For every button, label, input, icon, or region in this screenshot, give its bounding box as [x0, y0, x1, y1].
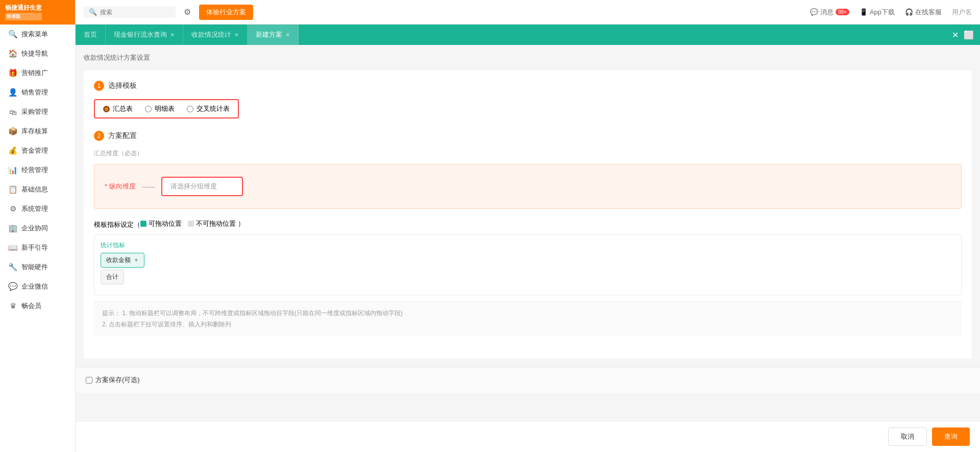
tabs-window-actions: ✕ ⬜ — [952, 30, 980, 40]
tab-receipt-stats[interactable]: 收款情况统计 ✕ — [183, 25, 248, 45]
tab-receipt-stats-close-icon[interactable]: ✕ — [234, 32, 239, 38]
book-icon: 📖 — [8, 243, 17, 252]
indicators-header-text: 模板指标设定（ 可拖动位置 不可拖动位置） — [94, 219, 244, 229]
radio-detail[interactable]: 明细表 — [145, 104, 175, 113]
sidebar: 畅捷通好生意 标准版 🔍 搜索菜单 🏠 快捷导航 🎁 营销推广 👤 销售管理 🛍… — [0, 0, 76, 452]
chat-icon: 💬 — [8, 282, 17, 291]
gear-icon: ⚙ — [8, 204, 17, 213]
indicators-label-row: 模板指标设定（ 可拖动位置 不可拖动位置） — [94, 219, 962, 229]
box-icon: 📦 — [8, 127, 17, 136]
sidebar-item-inventory[interactable]: 📦 库存核算 — [0, 122, 75, 141]
sidebar-item-label: 畅会员 — [21, 301, 41, 311]
indicator-tag-subtotal[interactable]: 合计 — [101, 270, 124, 284]
tip-2: 2. 点击标题栏下拉可设置排序、插入列和删除列 — [102, 319, 953, 330]
online-service[interactable]: 🎧 在线客服 — [905, 8, 942, 17]
template-options: 汇总表 明细表 交叉统计表 — [94, 99, 239, 118]
tab-receipt-stats-label: 收款情况统计 — [191, 30, 231, 39]
sidebar-item-label: 企业协同 — [21, 224, 48, 233]
chart-icon: 📊 — [8, 165, 17, 175]
dimension-row: * 纵向维度 —— 请选择分组维度 — [105, 177, 243, 196]
sub-tag-row: 合计 — [101, 270, 955, 284]
step2-section: 2 方案配置 汇总维度（必选） * 纵向维度 —— 请选择分组维度 — [94, 131, 962, 336]
settings-icon[interactable]: ⚙ — [184, 7, 191, 17]
sidebar-item-marketing[interactable]: 🎁 营销推广 — [0, 63, 75, 83]
sidebar-item-purchase[interactable]: 🛍 采购管理 — [0, 102, 75, 122]
sidebar-item-label: 采购管理 — [21, 107, 48, 116]
expand-window-icon[interactable]: ⬜ — [964, 30, 974, 40]
download-icon: 📱 — [860, 8, 868, 16]
topbar-right: 💬 消息 99+ 📱 App下载 🎧 在线客服 用户名 — [810, 8, 972, 17]
step1-title: 选择模板 — [108, 81, 137, 90]
sidebar-item-label: 销售管理 — [21, 88, 48, 97]
home-icon: 🏠 — [8, 49, 17, 58]
user-name[interactable]: 用户名 — [952, 8, 972, 17]
indicator-group-label: 统计指标 — [101, 241, 955, 250]
sidebar-item-label: 智能硬件 — [21, 263, 48, 272]
radio-summary[interactable]: 汇总表 — [103, 104, 133, 113]
step1-badge: 1 — [94, 81, 104, 91]
building-icon: 🏢 — [8, 224, 17, 233]
tab-new-plan[interactable]: 新建方案 ✕ — [248, 25, 299, 45]
tab-home[interactable]: 首页 — [76, 25, 106, 45]
main-area: 🔍 ⚙ 体验行业方案 💬 消息 99+ 📱 App下载 🎧 在线客服 用户名 首… — [76, 0, 980, 452]
close-window-icon[interactable]: ✕ — [952, 30, 959, 40]
indicator-tag-receipt-amount[interactable]: 收款金额 ▼ — [101, 253, 144, 268]
search-input[interactable] — [100, 9, 161, 16]
sidebar-item-operations[interactable]: 📊 经营管理 — [0, 160, 75, 180]
notification-badge: 99+ — [836, 9, 849, 15]
sidebar-item-enterprise-wechat[interactable]: 💬 企业微信 — [0, 277, 75, 296]
sidebar-item-member[interactable]: ♛ 畅会员 — [0, 296, 75, 316]
sidebar-item-new-guide[interactable]: 📖 新手引导 — [0, 238, 75, 257]
sidebar-item-label: 企业微信 — [21, 282, 48, 291]
sidebar-item-basic-info[interactable]: 📋 基础信息 — [0, 180, 75, 199]
sidebar-item-sales[interactable]: 👤 销售管理 — [0, 83, 75, 102]
sidebar-item-enterprise-collab[interactable]: 🏢 企业协同 — [0, 219, 75, 238]
radio-summary-input[interactable] — [103, 106, 110, 112]
tab-bank-flow-close-icon[interactable]: ✕ — [170, 32, 175, 38]
step1-section: 1 选择模板 汇总表 明细表 — [94, 81, 962, 118]
tab-home-label: 首页 — [84, 30, 97, 39]
app-download[interactable]: 📱 App下载 — [860, 8, 895, 17]
radio-detail-label: 明细表 — [155, 104, 175, 113]
notification-area[interactable]: 💬 消息 99+ — [810, 8, 849, 17]
sidebar-item-label: 营销推广 — [21, 68, 48, 78]
summary-config-label: 汇总维度（必选） — [94, 149, 962, 158]
tab-bank-flow[interactable]: 现金银行流水查询 ✕ — [106, 25, 183, 45]
sidebar-item-label: 新手引导 — [21, 243, 48, 252]
search-icon: 🔍 — [89, 8, 97, 16]
save-plan-checkbox-label[interactable]: 方案保存(可选) — [86, 375, 140, 385]
industry-plan-button[interactable]: 体验行业方案 — [199, 5, 253, 20]
sidebar-item-label: 资金管理 — [21, 146, 48, 155]
dimension-select[interactable]: 请选择分组维度 — [161, 177, 243, 196]
step2-header: 2 方案配置 — [94, 131, 962, 141]
radio-cross-input[interactable] — [187, 106, 193, 112]
radio-cross[interactable]: 交叉统计表 — [187, 104, 230, 113]
tab-new-plan-close-icon[interactable]: ✕ — [285, 32, 290, 38]
notification-label: 消息 — [820, 8, 834, 17]
sidebar-logo: 畅捷通好生意 标准版 — [0, 0, 75, 25]
logo-badge: 标准版 — [5, 13, 42, 20]
topbar-search-box[interactable]: 🔍 — [84, 6, 176, 18]
summary-label-text: 汇总维度（必选） — [94, 150, 143, 157]
cancel-button[interactable]: 取消 — [888, 427, 927, 446]
sidebar-item-quick-nav[interactable]: 🏠 快捷导航 — [0, 44, 75, 63]
bottom-bar: 取消 查询 — [76, 421, 980, 452]
step2-badge: 2 — [94, 131, 104, 141]
save-plan-checkbox[interactable] — [86, 377, 92, 384]
sidebar-item-label: 基础信息 — [21, 185, 48, 194]
footer-area: 方案保存(可选) — [76, 367, 980, 393]
indicator-tag-label: 收款金额 — [106, 256, 131, 265]
money-icon: 💰 — [8, 146, 17, 155]
topbar: 🔍 ⚙ 体验行业方案 💬 消息 99+ 📱 App下载 🎧 在线客服 用户名 — [76, 0, 980, 25]
crown-icon: ♛ — [8, 301, 17, 311]
dimension-arrow: —— — [142, 183, 155, 191]
sidebar-item-system[interactable]: ⚙ 系统管理 — [0, 199, 75, 219]
sidebar-item-smart-hardware[interactable]: 🔧 智能硬件 — [0, 257, 75, 277]
tab-bar: 首页 现金银行流水查询 ✕ 收款情况统计 ✕ 新建方案 ✕ ✕ ⬜ — [76, 25, 980, 45]
sidebar-item-finance[interactable]: 💰 资金管理 — [0, 141, 75, 160]
radio-detail-input[interactable] — [145, 106, 152, 112]
sidebar-item-search-menu[interactable]: 🔍 搜索菜单 — [0, 25, 75, 44]
indicator-group: 统计指标 收款金额 ▼ 合计 — [101, 241, 955, 284]
headphone-icon: 🎧 — [905, 8, 913, 16]
query-button[interactable]: 查询 — [932, 427, 970, 446]
